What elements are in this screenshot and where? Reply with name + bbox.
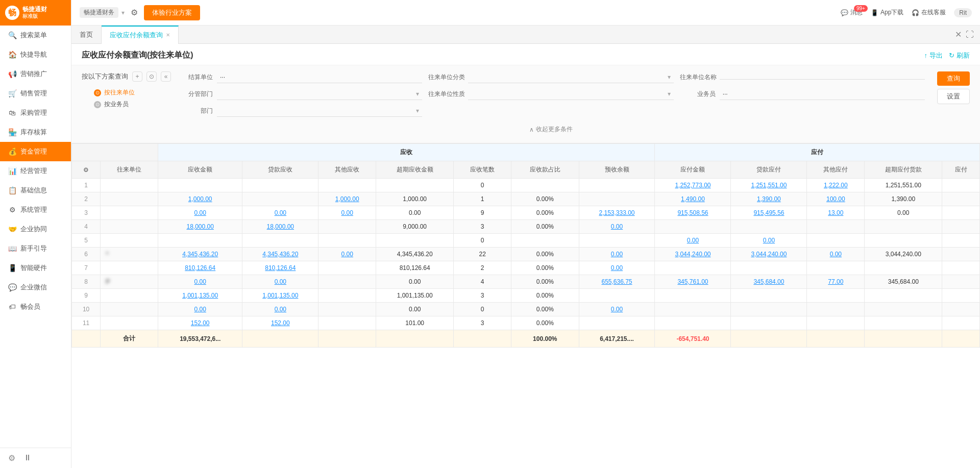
table-cell[interactable]: 915,495.56 (731, 206, 807, 220)
fullscreen-icon[interactable]: ⛶ (966, 30, 974, 39)
table-cell[interactable]: 4,345,436.20 (242, 248, 318, 261)
table-cell[interactable] (158, 179, 242, 192)
table-cell[interactable] (579, 192, 655, 206)
table-cell[interactable]: 0.00 (579, 248, 655, 261)
app-download-button[interactable]: 📱 App下载 (871, 8, 903, 17)
table-cell[interactable]: 13.00 (807, 206, 865, 220)
settings-button[interactable]: 设置 (937, 89, 970, 104)
table-cell[interactable] (318, 179, 376, 192)
table-cell[interactable] (731, 303, 807, 316)
table-cell[interactable] (807, 289, 865, 303)
dept-mgr-input[interactable]: ▾ (217, 88, 422, 100)
refresh-button[interactable]: ↻ 刷新 (949, 51, 970, 60)
table-cell[interactable] (655, 289, 731, 303)
table-cell[interactable]: 0.00 (731, 234, 807, 248)
table-cell[interactable]: 3,044,240.00 (731, 248, 807, 261)
table-cell[interactable] (807, 303, 865, 316)
table-cell[interactable]: 100.00 (807, 192, 865, 206)
table-cell[interactable]: 655,636.75 (579, 275, 655, 289)
table-cell[interactable] (731, 261, 807, 275)
table-cell[interactable] (579, 234, 655, 248)
settings-icon[interactable]: ⚙ (8, 453, 15, 463)
table-cell[interactable]: 18,000.00 (158, 220, 242, 234)
table-cell[interactable] (579, 289, 655, 303)
gear-icon[interactable]: ⚙ (131, 8, 138, 17)
table-cell[interactable]: 4,345,436.20 (158, 248, 242, 261)
table-cell[interactable]: 0.00 (158, 206, 242, 220)
table-cell[interactable]: 0.00 (242, 206, 318, 220)
table-cell[interactable]: 1,490.00 (655, 192, 731, 206)
table-cell[interactable]: 2,153,333.00 (579, 206, 655, 220)
dept-input[interactable]: ▾ (217, 105, 422, 117)
table-cell[interactable]: 18,000.00 (242, 220, 318, 234)
sidebar-item-basic[interactable]: 📋 基础信息 (0, 181, 71, 200)
filter-settings-button[interactable]: ⊙ (146, 71, 157, 82)
table-cell[interactable] (318, 220, 376, 234)
sidebar-item-marketing[interactable]: 📢 营销推广 (0, 64, 71, 84)
table-cell[interactable] (318, 275, 376, 289)
table-cell[interactable]: 0.00 (579, 261, 655, 275)
tab-arquery[interactable]: 应收应付余额查询 ✕ (102, 26, 179, 44)
table-cell[interactable] (731, 316, 807, 330)
table-cell[interactable]: 0.00 (242, 275, 318, 289)
table-cell[interactable] (807, 234, 865, 248)
table-cell[interactable]: 1,001,135.00 (242, 289, 318, 303)
table-cell[interactable]: 0.00 (158, 303, 242, 316)
sidebar-item-wechat[interactable]: 💬 企业微信 (0, 278, 71, 297)
table-cell[interactable]: 1,222.00 (807, 179, 865, 192)
sidebar-item-search[interactable]: 🔍 搜索菜单 (0, 26, 71, 45)
table-cell[interactable] (655, 303, 731, 316)
salesman-input[interactable]: ··· (720, 88, 925, 100)
settlement-input[interactable]: ··· (217, 71, 422, 83)
sidebar-item-corp[interactable]: 🤝 企业协同 (0, 219, 71, 239)
partner-category-input[interactable]: ▾ (468, 71, 673, 83)
table-cell[interactable] (318, 234, 376, 248)
partner-name-input[interactable] (720, 75, 925, 80)
table-cell[interactable]: 0.00 (158, 275, 242, 289)
solution-button[interactable]: 体验行业方案 (144, 5, 200, 20)
table-cell[interactable]: 1,390.00 (731, 192, 807, 206)
table-cell[interactable]: 0.00 (655, 234, 731, 248)
table-cell[interactable]: 810,126.64 (158, 261, 242, 275)
collapse-button[interactable]: ∧ 收起更多条件 (177, 122, 925, 137)
table-cell[interactable]: 152.00 (158, 316, 242, 330)
table-cell[interactable]: 1,001,135.00 (158, 289, 242, 303)
table-cell[interactable]: 0.00 (579, 303, 655, 316)
table-cell[interactable]: 810,126.64 (242, 261, 318, 275)
table-cell[interactable]: 915,508.56 (655, 206, 731, 220)
table-cell[interactable] (318, 316, 376, 330)
sidebar-item-system[interactable]: ⚙ 系统管理 (0, 200, 71, 219)
table-cell[interactable]: 345,761.00 (655, 275, 731, 289)
table-cell[interactable] (579, 316, 655, 330)
sidebar-item-inventory[interactable]: 🏪 库存核算 (0, 122, 71, 142)
table-cell[interactable]: 0.00 (242, 303, 318, 316)
table-cell[interactable] (242, 192, 318, 206)
sidebar-item-quicknav[interactable]: 🏠 快捷导航 (0, 45, 71, 64)
table-cell[interactable] (731, 289, 807, 303)
user-menu[interactable]: Rit (954, 8, 972, 17)
table-cell[interactable] (807, 316, 865, 330)
table-cell[interactable] (318, 303, 376, 316)
table-cell[interactable] (655, 220, 731, 234)
table-cell[interactable] (318, 261, 376, 275)
scheme-item-salesman[interactable]: ⊙ 按业务员 (86, 98, 171, 110)
table-cell[interactable]: 345,684.00 (731, 275, 807, 289)
table-cell[interactable]: 3,044,240.00 (655, 248, 731, 261)
table-cell[interactable] (731, 220, 807, 234)
sidebar-item-sales[interactable]: 🛒 销售管理 (0, 84, 71, 103)
query-button[interactable]: 查询 (937, 71, 970, 86)
tab-home[interactable]: 首页 (71, 26, 102, 44)
table-cell[interactable]: 77.00 (807, 275, 865, 289)
sidebar-item-operation[interactable]: 📊 经营管理 (0, 161, 71, 181)
table-cell[interactable]: 0.00 (318, 248, 376, 261)
table-cell[interactable] (242, 179, 318, 192)
sidebar-item-member[interactable]: 🏷 畅会员 (0, 297, 71, 316)
close-window-icon[interactable]: ✕ (955, 30, 962, 39)
filter-collapse-button[interactable]: « (161, 71, 171, 82)
service-button[interactable]: 🎧 在线客服 (912, 8, 946, 17)
filter-add-button[interactable]: + (132, 71, 142, 82)
table-cell[interactable] (807, 261, 865, 275)
table-cell[interactable]: 0.00 (579, 220, 655, 234)
sidebar-item-finance[interactable]: 💰 资金管理 (0, 142, 71, 161)
sidebar-item-guide[interactable]: 📖 新手引导 (0, 239, 71, 258)
